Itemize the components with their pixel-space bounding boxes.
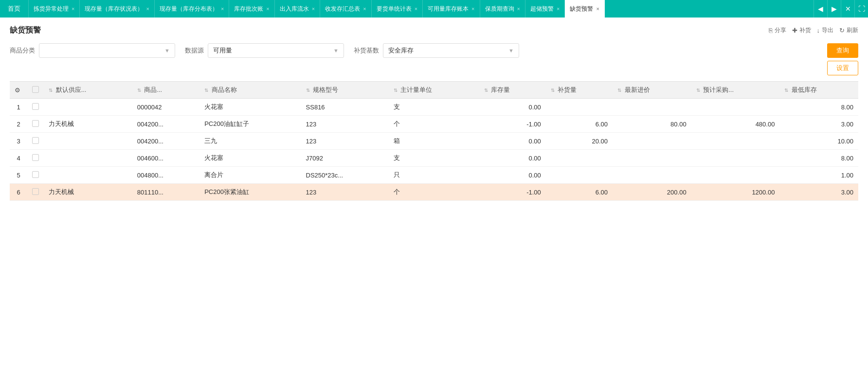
- row-number: 2: [10, 116, 27, 133]
- col-code: ⇅ 商品...: [132, 82, 199, 99]
- row-name: 火花塞: [199, 150, 301, 167]
- share-button[interactable]: ⎘ 分享: [769, 26, 786, 35]
- row-checkbox[interactable]: [32, 103, 39, 110]
- close-icon[interactable]: ×: [517, 6, 520, 12]
- close-icon[interactable]: ×: [471, 6, 474, 12]
- nav-tab-11[interactable]: 缺货预警 ×: [565, 0, 604, 18]
- close-icon[interactable]: ×: [266, 6, 269, 12]
- row-checkbox[interactable]: [32, 120, 39, 127]
- replenish-button[interactable]: ✚ 补货: [792, 26, 811, 35]
- page-header: 缺货预警 ⎘ 分享 ✚ 补货 ↓ 导出 ↻ 刷新: [10, 25, 858, 35]
- table-header-row: ⚙ ⇅ 默认供应... ⇅ 商品... ⇅ 商品名称 ⇅: [10, 82, 858, 99]
- row-checkbox-cell: [27, 133, 44, 150]
- sort-icon: ⇅: [484, 88, 488, 93]
- row-unit: 只: [389, 167, 479, 184]
- nav-tab-9[interactable]: 保质期查询 ×: [480, 0, 525, 18]
- sort-icon: ⇅: [696, 88, 700, 93]
- col-est-purchase: ⇅ 预计采购...: [691, 82, 780, 99]
- nav-tab-8[interactable]: 可用量库存账本 ×: [423, 0, 480, 18]
- col-gear: ⚙: [10, 82, 27, 99]
- row-min-stock: 8.00: [779, 99, 858, 116]
- nav-next-button[interactable]: ▶: [827, 0, 841, 18]
- row-supplier: [44, 133, 132, 150]
- row-spec: J7092: [301, 150, 389, 167]
- row-unit: 个: [389, 116, 479, 133]
- row-spec: 123: [301, 116, 389, 133]
- close-icon[interactable]: ×: [596, 6, 599, 12]
- nav-tab-5[interactable]: 出入库流水 ×: [275, 0, 320, 18]
- close-icon[interactable]: ×: [557, 6, 560, 12]
- row-est-purchase: 1200.00: [691, 184, 780, 201]
- row-name: 火花塞: [199, 99, 301, 116]
- nav-expand-button[interactable]: ⛶: [854, 0, 868, 18]
- row-est-purchase: [691, 133, 780, 150]
- filter-actions: 查询 设置: [827, 43, 858, 75]
- row-checkbox-cell: [27, 184, 44, 201]
- row-number: 6: [10, 184, 27, 201]
- col-latest-price: ⇅ 最新进价: [613, 82, 691, 99]
- row-unit: 支: [389, 99, 479, 116]
- nav-tab-10[interactable]: 超储预警 ×: [525, 0, 565, 18]
- close-icon[interactable]: ×: [221, 6, 224, 12]
- data-table: ⚙ ⇅ 默认供应... ⇅ 商品... ⇅ 商品名称 ⇅: [10, 81, 858, 201]
- nav-tab-1[interactable]: 拣货异常处理 ×: [29, 0, 80, 18]
- nav-tab-3[interactable]: 现存量（库存分布表） ×: [155, 0, 229, 18]
- filter-group-category: 商品分类 ▼: [10, 43, 175, 58]
- table-row: 3 004200... 三九 123 箱 0.00 20.00 10.00: [10, 133, 858, 150]
- row-code: 004200...: [132, 116, 199, 133]
- row-name: PC200张紧油缸: [199, 184, 301, 201]
- refresh-button[interactable]: ↻ 刷新: [839, 26, 858, 35]
- chevron-down-icon: ▼: [164, 48, 170, 53]
- col-unit: ⇅ 主计量单位: [389, 82, 479, 99]
- row-unit: 支: [389, 150, 479, 167]
- close-icon[interactable]: ×: [415, 6, 417, 12]
- nav-tab-2[interactable]: 现存量（库存状况表） ×: [80, 0, 154, 18]
- table-row: 6 力天机械 801110... PC200张紧油缸 123 个 -1.00 6…: [10, 184, 858, 201]
- replenish-label: 补货基数: [354, 46, 379, 55]
- row-latest-price: [613, 150, 691, 167]
- close-icon[interactable]: ×: [146, 6, 149, 12]
- nav-tab-4[interactable]: 库存批次账 ×: [229, 0, 274, 18]
- col-replenish: ⇅ 补货量: [546, 82, 613, 99]
- row-checkbox-cell: [27, 116, 44, 133]
- row-replenish: 6.00: [546, 116, 613, 133]
- nav-tab-home[interactable]: 首页: [0, 0, 29, 18]
- sort-icon: ⇅: [137, 88, 141, 93]
- nav-prev-button[interactable]: ◀: [814, 0, 827, 18]
- replenish-select[interactable]: 安全库存 ▼: [383, 43, 519, 58]
- category-select[interactable]: ▼: [39, 43, 175, 58]
- row-checkbox-cell: [27, 167, 44, 184]
- close-icon[interactable]: ×: [363, 6, 366, 12]
- gear-icon[interactable]: ⚙: [15, 87, 20, 94]
- row-checkbox[interactable]: [32, 154, 39, 161]
- row-est-purchase: 480.00: [691, 116, 780, 133]
- col-name: ⇅ 商品名称: [199, 82, 301, 99]
- table-body: 1 0000042 火花塞 SS816 支 0.00 8.00 2 力天机械 0…: [10, 99, 858, 201]
- close-icon[interactable]: ×: [72, 6, 74, 12]
- filter-group-datasource: 数据源 可用量 ▼: [185, 43, 344, 58]
- nav-tab-6[interactable]: 收发存汇总表 ×: [320, 0, 371, 18]
- row-checkbox[interactable]: [32, 171, 39, 178]
- row-checkbox[interactable]: [32, 188, 39, 195]
- export-button[interactable]: ↓ 导出: [817, 26, 834, 35]
- nav-controls: ◀ ▶ ✕ ⛶: [814, 0, 868, 18]
- nav-close-button[interactable]: ✕: [841, 0, 854, 18]
- row-latest-price: [613, 133, 691, 150]
- nav-tab-7[interactable]: 要货单统计表 ×: [372, 0, 423, 18]
- row-min-stock: 10.00: [779, 133, 858, 150]
- row-checkbox[interactable]: [32, 137, 39, 144]
- settings-button[interactable]: 设置: [827, 61, 858, 75]
- row-unit: 个: [389, 184, 479, 201]
- sort-icon: ⇅: [784, 88, 788, 93]
- row-stock: 0.00: [479, 99, 546, 116]
- close-icon[interactable]: ×: [312, 6, 315, 12]
- row-latest-price: [613, 99, 691, 116]
- select-all-checkbox[interactable]: [32, 86, 39, 93]
- row-stock: -1.00: [479, 184, 546, 201]
- row-est-purchase: [691, 167, 780, 184]
- query-button[interactable]: 查询: [827, 43, 858, 58]
- datasource-select[interactable]: 可用量 ▼: [208, 43, 344, 58]
- row-supplier: [44, 167, 132, 184]
- row-stock: -1.00: [479, 116, 546, 133]
- row-est-purchase: [691, 99, 780, 116]
